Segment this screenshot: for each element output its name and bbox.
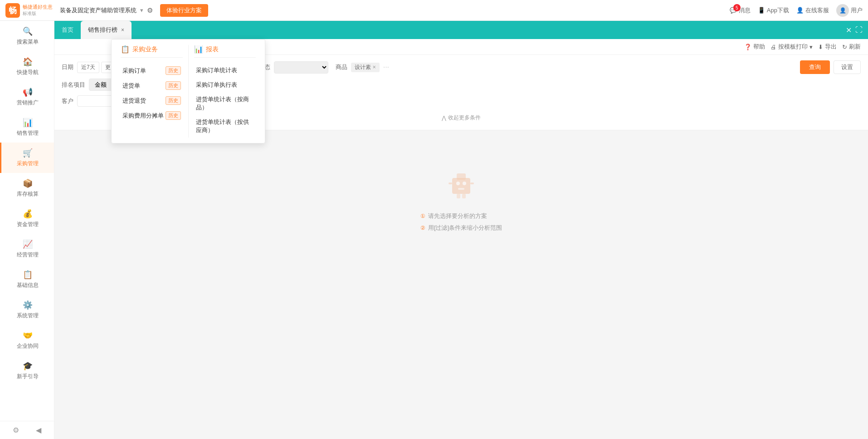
export-button[interactable]: ⬇ 导出 <box>818 43 837 51</box>
sidebar-item-inventory[interactable]: 📦 库存核算 <box>0 173 54 203</box>
sidebar-item-marketing[interactable]: 📢 营销推广 <box>0 82 54 112</box>
svg-point-3 <box>463 182 466 185</box>
product-more-icon[interactable]: ··· <box>383 63 389 71</box>
dropdown-col1-title: 采购业务 <box>132 45 158 54</box>
query-button[interactable]: 查询 <box>800 60 830 74</box>
sidebar-item-system[interactable]: ⚙️ 系统管理 <box>0 295 54 325</box>
customer-label: 客户 <box>62 97 73 105</box>
report-4-label: 进货单统计表（按供应商） <box>196 118 254 134</box>
report-3-label: 进货单统计表（按商品） <box>196 95 254 112</box>
history-badge-2[interactable]: 历史 <box>166 96 181 105</box>
online-service-label: 在线客服 <box>805 6 829 15</box>
svg-rect-8 <box>462 194 466 198</box>
dropdown-divider <box>188 45 189 138</box>
operation-icon: 📈 <box>23 239 33 249</box>
sidebar-label-operation: 经营管理 <box>17 251 39 259</box>
dropdown-col-purchase-biz: 📋 采购业务 采购订单 历史 进货单 历史 进货退货 历史 <box>117 45 186 138</box>
purchase-icon: 🛒 <box>23 148 33 158</box>
sidebar-bottom: ⚙ ◀ <box>0 421 54 439</box>
logo-icon: 畅 <box>5 3 20 18</box>
industry-solution-button[interactable]: 体验行业方案 <box>160 4 208 17</box>
dropdown-arrow-icon[interactable]: ▾ <box>140 7 143 14</box>
date-chip-7days[interactable]: 近7天 <box>77 62 99 73</box>
dropdown-item-purchase-expense[interactable]: 采购费用分摊单 历史 <box>121 108 183 123</box>
app-download-item[interactable]: 📱 App下载 <box>758 6 789 15</box>
system-icon: ⚙️ <box>23 300 33 310</box>
service-icon: 👤 <box>796 7 804 14</box>
doc-status-select[interactable] <box>274 61 328 74</box>
sidebar-item-base-info[interactable]: 📋 基础信息 <box>0 264 54 295</box>
tab-close-all-icon[interactable]: ✕ <box>846 26 852 35</box>
set-button[interactable]: 设置 <box>834 60 861 74</box>
purchase-dropdown-menu: 📋 采购业务 采购订单 历史 进货单 历史 进货退货 历史 <box>111 39 265 143</box>
dropdown-item-report-2[interactable]: 采购订单执行表 <box>194 78 256 92</box>
sidebar-item-sales[interactable]: 📊 销售管理 <box>0 112 54 143</box>
user-item[interactable]: 👤 用户 <box>836 4 863 17</box>
help-button[interactable]: ❓ 帮助 <box>744 43 765 51</box>
marketing-icon: 📢 <box>23 87 33 97</box>
sidebar-label-quick-nav: 快捷导航 <box>17 69 39 76</box>
guide-icon: 🎓 <box>23 361 33 371</box>
dropdown-item-report-4[interactable]: 进货单统计表（按供应商） <box>194 115 256 138</box>
collapse-label: 收起更多条件 <box>448 114 481 122</box>
sidebar-label-base-info: 基础信息 <box>17 281 39 289</box>
tab-close-icon[interactable]: × <box>121 27 124 33</box>
sidebar-label-enterprise: 企业协同 <box>17 342 39 350</box>
report-1-label: 采购订单统计表 <box>196 66 237 74</box>
sidebar-collapse-icon[interactable]: ◀ <box>36 426 41 434</box>
purchase-biz-icon: 📋 <box>121 45 130 54</box>
user-avatar: 👤 <box>836 4 849 17</box>
sidebar-item-search[interactable]: 🔍 搜索菜单 <box>0 21 54 51</box>
rank-label: 排名项目 <box>62 81 85 89</box>
help-icon: ❓ <box>744 44 751 50</box>
refresh-label: 刷新 <box>849 43 861 51</box>
tab-maximize-icon[interactable]: ⛶ <box>855 26 863 34</box>
empty-tip-2-text: 用[过滤]条件来缩小分析范围 <box>428 222 502 234</box>
refresh-icon: ↻ <box>842 44 847 50</box>
history-badge-0[interactable]: 历史 <box>166 66 181 75</box>
empty-tip-1: ① 请先选择要分析的方案 <box>420 210 502 222</box>
tab-bar-right: ✕ ⛶ <box>846 26 868 35</box>
sidebar-item-quick-nav[interactable]: 🏠 快捷导航 <box>0 51 54 82</box>
tab-home[interactable]: 首页 <box>54 21 81 39</box>
history-badge-1[interactable]: 历史 <box>166 81 181 90</box>
online-service-item[interactable]: 👤 在线客服 <box>796 6 829 15</box>
app-download-label: App下载 <box>767 6 789 15</box>
dropdown-item-purchase-receipt[interactable]: 进货单 历史 <box>121 78 183 93</box>
dropdown-item-purchase-return[interactable]: 进货退货 历史 <box>121 93 183 108</box>
logo-text: 畅捷通好生意 <box>23 4 53 10</box>
help-label: 帮助 <box>753 43 765 51</box>
dropdown-item-report-3[interactable]: 进货单统计表（按商品） <box>194 92 256 115</box>
home-icon: 🏠 <box>23 57 33 67</box>
sidebar-label-system: 系统管理 <box>17 312 39 320</box>
refresh-button[interactable]: ↻ 刷新 <box>842 43 861 51</box>
tab-sales-ranking[interactable]: 销售排行榜 × <box>81 21 132 39</box>
dropdown-columns: 📋 采购业务 采购订单 历史 进货单 历史 进货退货 历史 <box>112 45 265 138</box>
sidebar-settings-icon[interactable]: ⚙ <box>13 426 19 434</box>
report-2-label: 采购订单执行表 <box>196 81 237 89</box>
message-item[interactable]: 💬 5 消息 <box>730 6 751 15</box>
product-tag-text: 设计素 <box>355 64 371 71</box>
purchase-order-label: 采购订单 <box>122 67 146 75</box>
dropdown-item-report-1[interactable]: 采购订单统计表 <box>194 63 256 78</box>
purchase-expense-label: 采购费用分摊单 <box>122 112 164 120</box>
sidebar-item-guide[interactable]: 🎓 新手引导 <box>0 355 54 386</box>
sales-icon: 📊 <box>23 118 33 128</box>
svg-point-2 <box>456 182 460 185</box>
sidebar-item-enterprise[interactable]: 🤝 企业协同 <box>0 325 54 355</box>
sidebar-item-finance[interactable]: 💰 资金管理 <box>0 203 54 234</box>
svg-rect-1 <box>457 173 466 180</box>
base-info-icon: 📋 <box>23 270 33 280</box>
sidebar-label-finance: 资金管理 <box>17 221 39 228</box>
history-badge-3[interactable]: 历史 <box>166 111 181 120</box>
sidebar-item-operation[interactable]: 📈 经营管理 <box>0 234 54 264</box>
settings-icon[interactable]: ⚙ <box>147 6 153 15</box>
tab-bar: 首页 销售排行榜 × ✕ ⛶ <box>54 21 868 39</box>
sidebar-item-purchase[interactable]: 🛒 采购管理 <box>0 143 54 173</box>
product-tag-close[interactable]: × <box>373 64 376 70</box>
print-dropdown-icon[interactable]: ▾ <box>809 44 813 50</box>
dropdown-item-purchase-order[interactable]: 采购订单 历史 <box>121 63 183 78</box>
filter-product: 商品 设计素 × ··· <box>336 63 389 72</box>
empty-tip-1-text: 请先选择要分析的方案 <box>428 210 487 222</box>
print-button[interactable]: 🖨 按模板打印 ▾ <box>770 43 813 51</box>
